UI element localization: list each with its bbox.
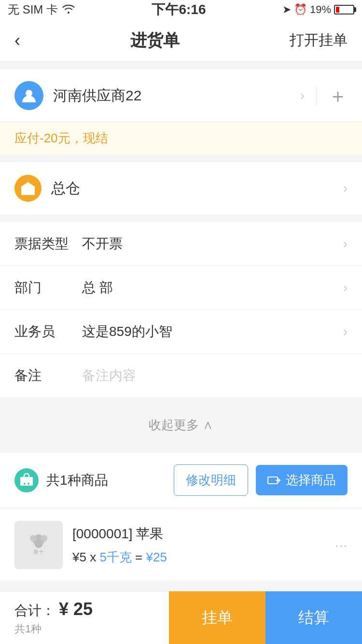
select-product-icon (267, 475, 281, 486)
salesman-label: 业务员 (14, 322, 72, 341)
svg-point-5 (28, 483, 29, 485)
nav-bar: ‹ 进货单 打开挂单 (0, 19, 362, 62)
warehouse-name: 总仓 (51, 179, 343, 198)
ticket-chevron-icon: › (343, 236, 348, 252)
cart-icon (19, 473, 34, 488)
svg-point-10 (41, 535, 47, 542)
svg-point-9 (30, 535, 37, 542)
status-time: 下午6:16 (152, 0, 206, 19)
collapse-button[interactable]: 收起更多 ∧ (0, 405, 362, 445)
supplier-avatar (14, 81, 43, 110)
product-title: 苹果 (136, 526, 163, 541)
carrier-text: 无 SIM 卡 (8, 2, 58, 17)
warehouse-section[interactable]: 总仓 › (0, 162, 362, 214)
product-code: [0000001] (72, 526, 133, 541)
ticket-type-label: 票据类型 (14, 235, 72, 253)
status-right: ➤ ⏰ 19% (282, 3, 354, 16)
battery-icon (334, 5, 354, 14)
total-amount: ¥ 25 (59, 599, 93, 619)
warehouse-icon-bg (14, 175, 42, 202)
warehouse-row[interactable]: 总仓 › (0, 162, 362, 214)
add-supplier-button[interactable]: ＋ (328, 83, 348, 109)
total-count: 共1种 (14, 622, 154, 636)
vertical-divider (316, 85, 317, 106)
product-thumb-logo: 兽十 (22, 531, 56, 560)
product-name: [0000001] 苹果 (72, 525, 325, 543)
svg-rect-2 (26, 190, 30, 195)
alarm-icon: ⏰ (294, 3, 307, 16)
equals-sign: = (135, 550, 146, 564)
department-value: 总 部 (72, 279, 343, 297)
select-product-label: 选择商品 (286, 472, 336, 489)
wifi-icon (62, 3, 75, 16)
total-label: 合计： (14, 602, 55, 620)
modify-detail-button[interactable]: 修改明细 (174, 464, 248, 496)
supplier-section: 河南供应商22 › ＋ 应付-20元，现结 (0, 70, 362, 154)
supplier-note: 应付-20元，现结 (0, 122, 362, 154)
open-hang-button[interactable]: 打开挂单 (290, 30, 348, 50)
supplier-row[interactable]: 河南供应商22 › ＋ (0, 70, 362, 122)
products-count-text: 共1种商品 (46, 471, 166, 490)
remark-row[interactable]: 备注 备注内容 (0, 354, 362, 397)
warehouse-building-icon (20, 180, 36, 196)
page-title: 进货单 (130, 29, 180, 52)
select-product-button[interactable]: 选择商品 (256, 465, 348, 495)
location-icon: ➤ (282, 3, 291, 16)
ticket-type-value: 不开票 (72, 235, 343, 253)
product-price: ¥5 x 5千克 = ¥25 (72, 549, 325, 566)
department-chevron-icon: › (343, 280, 348, 295)
salesman-row[interactable]: 业务员 这是859的小智 › (0, 310, 362, 354)
ticket-type-row[interactable]: 票据类型 不开票 › (0, 222, 362, 266)
product-thumbnail: 兽十 (14, 521, 63, 569)
svg-point-4 (24, 483, 26, 485)
battery-percent: 19% (310, 3, 331, 16)
bottom-total: 合计： ¥ 25 共1种 (0, 599, 169, 636)
status-bar: 无 SIM 卡 下午6:16 ➤ ⏰ 19% (0, 0, 362, 19)
supplier-name: 河南供应商22 (53, 86, 300, 106)
salesman-chevron-icon: › (343, 324, 348, 339)
hang-button[interactable]: 挂单 (169, 591, 265, 644)
product-more-button[interactable]: ··· (334, 536, 348, 554)
bottom-bar: 合计： ¥ 25 共1种 挂单 结算 (0, 591, 362, 644)
status-left: 无 SIM 卡 (8, 2, 75, 17)
svg-rect-3 (20, 477, 33, 486)
person-icon (20, 87, 38, 104)
price-separator: x (90, 550, 99, 564)
warehouse-chevron-icon: › (343, 181, 348, 196)
remark-label: 备注 (14, 366, 72, 385)
remark-input[interactable]: 备注内容 (72, 366, 348, 385)
price-unit: ¥5 (72, 550, 86, 564)
svg-point-0 (26, 90, 32, 97)
products-header: 共1种商品 修改明细 选择商品 (0, 453, 362, 507)
product-qty: 5千克 (99, 550, 131, 564)
chevron-right-icon: › (300, 88, 305, 103)
product-total: ¥25 (146, 550, 167, 564)
product-item: 兽十 [0000001] 苹果 ¥5 x 5千克 = ¥25 ··· (0, 509, 362, 581)
back-button[interactable]: ‹ (14, 30, 20, 51)
checkout-button[interactable]: 结算 (265, 591, 362, 644)
product-info: [0000001] 苹果 ¥5 x 5千克 = ¥25 (72, 525, 325, 566)
svg-text:兽十: 兽十 (33, 549, 44, 555)
total-row: 合计： ¥ 25 (14, 599, 154, 620)
form-section: 票据类型 不开票 › 部门 总 部 › 业务员 这是859的小智 › 备注 备注… (0, 222, 362, 397)
department-label: 部门 (14, 279, 72, 297)
salesman-value: 这是859的小智 (72, 322, 343, 341)
products-icon-bg (14, 468, 39, 492)
department-row[interactable]: 部门 总 部 › (0, 266, 362, 310)
